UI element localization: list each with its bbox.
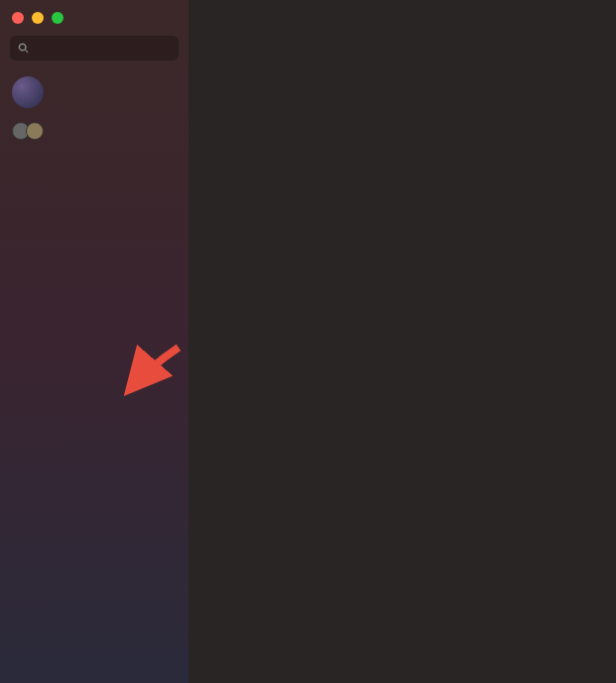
maximize-button[interactable]	[52, 12, 63, 24]
avatar	[12, 76, 44, 108]
family-avatars	[12, 122, 40, 140]
traffic-lights	[0, 0, 188, 30]
family-row[interactable]	[0, 118, 188, 150]
search-input[interactable]	[36, 41, 171, 56]
search-field[interactable]	[10, 36, 179, 61]
main-pane	[188, 0, 616, 683]
minimize-button[interactable]	[32, 12, 44, 24]
sidebar	[0, 0, 188, 683]
close-button[interactable]	[12, 12, 24, 24]
section-sub	[188, 62, 616, 66]
section-title	[188, 44, 616, 62]
page-title	[188, 0, 616, 24]
user-account[interactable]	[0, 67, 188, 118]
search-icon	[18, 42, 30, 55]
